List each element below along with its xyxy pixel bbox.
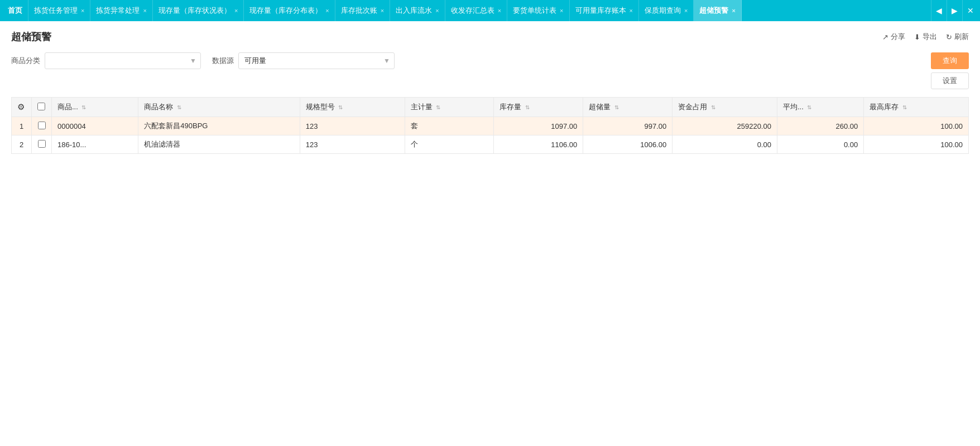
datasource-filter-group: 数据源 可用量 ▼ bbox=[212, 52, 395, 69]
th-maxstock[interactable]: 最高库存 ⇅ bbox=[864, 98, 969, 117]
td-maxstock-2: 100.00 bbox=[864, 135, 969, 154]
th-name-sort-icon: ⇅ bbox=[177, 104, 181, 110]
query-button[interactable]: 查询 bbox=[931, 52, 969, 69]
top-nav: 首页 拣货任务管理 × 拣货异常处理 × 现存量（库存状况表） × 现存量（库存… bbox=[0, 0, 980, 21]
nav-tab-shelf-life[interactable]: 保质期查询 × bbox=[639, 0, 694, 21]
nav-tab-picking-task[interactable]: 拣货任务管理 × bbox=[28, 0, 90, 21]
td-maxstock-1: 100.00 bbox=[864, 117, 969, 135]
th-capital[interactable]: 资金占用 ⇅ bbox=[672, 98, 777, 117]
nav-tab-stock-dist-close[interactable]: × bbox=[325, 7, 329, 14]
row-checkbox-2[interactable] bbox=[38, 140, 46, 148]
th-stock[interactable]: 库存量 ⇅ bbox=[494, 98, 583, 117]
nav-tab-stock-status[interactable]: 现存量（库存状况表） × bbox=[153, 0, 244, 21]
nav-tab-inout-flow[interactable]: 出入库流水 × bbox=[390, 0, 445, 21]
th-code[interactable]: 商品... ⇅ bbox=[52, 98, 138, 117]
page-header: 超储预警 ↗ 分享 ⬇ 导出 ↻ 刷新 bbox=[11, 30, 969, 43]
refresh-label: 刷新 bbox=[954, 32, 969, 42]
nav-tab-order-stats[interactable]: 要货单统计表 × bbox=[507, 0, 569, 21]
nav-tab-inout-flow-close[interactable]: × bbox=[435, 7, 439, 14]
th-stock-label: 库存量 bbox=[499, 103, 521, 111]
nav-arrow-right[interactable]: ▶ bbox=[947, 0, 962, 21]
category-select-wrapper: ▼ bbox=[45, 52, 201, 69]
th-unit[interactable]: 主计量 ⇅ bbox=[405, 98, 494, 117]
th-stock-sort-icon: ⇅ bbox=[525, 104, 530, 110]
nav-tab-picking-task-close[interactable]: × bbox=[81, 7, 84, 14]
table-row: 2 186-10... 机油滤清器 123 个 1106.00 1006.00 … bbox=[12, 135, 969, 154]
td-spec-1: 123 bbox=[300, 117, 405, 135]
nav-tab-picking-task-label: 拣货任务管理 bbox=[34, 6, 78, 16]
datasource-select-wrapper: 可用量 ▼ bbox=[238, 52, 395, 69]
td-avg-1: 260.00 bbox=[777, 117, 863, 135]
nav-arrow-left[interactable]: ◀ bbox=[931, 0, 947, 21]
th-avg-sort-icon: ⇅ bbox=[807, 104, 811, 110]
td-unit-1: 套 bbox=[405, 117, 494, 135]
nav-tab-shelf-life-label: 保质期查询 bbox=[645, 6, 681, 16]
share-label: 分享 bbox=[891, 32, 905, 42]
nav-tab-stock-dist-label: 现存量（库存分布表） bbox=[249, 6, 322, 16]
th-spec-sort-icon: ⇅ bbox=[338, 104, 343, 110]
nav-tab-order-stats-close[interactable]: × bbox=[560, 7, 563, 14]
th-spec-label: 规格型号 bbox=[306, 103, 335, 111]
header-actions: ↗ 分享 ⬇ 导出 ↻ 刷新 bbox=[882, 32, 969, 42]
th-avg[interactable]: 平均... ⇅ bbox=[777, 98, 863, 117]
nav-tab-overstock-alert-label: 超储预警 bbox=[699, 6, 728, 16]
th-unit-label: 主计量 bbox=[411, 103, 433, 111]
nav-tab-order-stats-label: 要货单统计表 bbox=[513, 6, 556, 16]
datasource-filter-label: 数据源 bbox=[212, 56, 234, 66]
select-all-checkbox[interactable] bbox=[37, 103, 45, 110]
nav-arrow-close[interactable]: ✕ bbox=[962, 0, 978, 21]
td-checkbox-2[interactable] bbox=[32, 135, 52, 154]
row-checkbox-1[interactable] bbox=[38, 122, 46, 129]
th-capital-label: 资金占用 bbox=[678, 103, 707, 111]
refresh-action[interactable]: ↻ 刷新 bbox=[946, 32, 969, 42]
th-overstock[interactable]: 超储量 ⇅ bbox=[583, 98, 672, 117]
td-stock-2: 1106.00 bbox=[494, 135, 583, 154]
nav-tab-overstock-alert-close[interactable]: × bbox=[732, 7, 735, 14]
th-name-label: 商品名称 bbox=[144, 103, 173, 111]
th-name[interactable]: 商品名称 ⇅ bbox=[138, 98, 300, 117]
td-capital-1: 259220.00 bbox=[672, 117, 777, 135]
nav-tab-home[interactable]: 首页 bbox=[2, 0, 28, 21]
th-capital-sort-icon: ⇅ bbox=[711, 104, 715, 110]
nav-tab-recv-send-summary-close[interactable]: × bbox=[498, 7, 501, 14]
settings-button[interactable]: 设置 bbox=[931, 72, 969, 89]
td-code-2: 186-10... bbox=[52, 135, 138, 154]
nav-arrows: ◀ ▶ ✕ bbox=[931, 0, 978, 21]
nav-tab-stock-dist[interactable]: 现存量（库存分布表） × bbox=[244, 0, 335, 21]
td-capital-2: 0.00 bbox=[672, 135, 777, 154]
nav-tab-recv-send-summary[interactable]: 收发存汇总表 × bbox=[445, 0, 507, 21]
nav-tab-available-stock-close[interactable]: × bbox=[630, 7, 633, 14]
share-action[interactable]: ↗ 分享 bbox=[882, 32, 905, 42]
nav-tab-batch-account-close[interactable]: × bbox=[381, 7, 384, 14]
th-avg-label: 平均... bbox=[783, 103, 804, 111]
datasource-select-value: 可用量 bbox=[244, 56, 266, 66]
nav-tab-available-stock-label: 可用量库存账本 bbox=[575, 6, 626, 16]
th-spec[interactable]: 规格型号 ⇅ bbox=[300, 98, 405, 117]
th-settings[interactable]: ⚙ bbox=[12, 98, 32, 117]
nav-tab-batch-account[interactable]: 库存批次账 × bbox=[335, 0, 390, 21]
page-content: 超储预警 ↗ 分享 ⬇ 导出 ↻ 刷新 商品分类 bbox=[0, 21, 980, 446]
th-overstock-sort-icon: ⇅ bbox=[614, 104, 619, 110]
nav-tab-picking-exception-label: 拣货异常处理 bbox=[96, 6, 140, 16]
nav-tab-picking-exception[interactable]: 拣货异常处理 × bbox=[90, 0, 152, 21]
table-header-row: ⚙ 商品... ⇅ 商品名称 ⇅ 规格型号 ⇅ 主计量 bbox=[12, 98, 969, 117]
th-checkbox[interactable] bbox=[32, 98, 52, 117]
td-checkbox-1[interactable] bbox=[32, 117, 52, 135]
export-label: 导出 bbox=[923, 32, 937, 42]
datasource-select[interactable]: 可用量 bbox=[238, 52, 395, 69]
category-select[interactable] bbox=[45, 52, 201, 69]
nav-tab-inout-flow-label: 出入库流水 bbox=[396, 6, 432, 16]
filters-area: 商品分类 ▼ 数据源 可用量 ▼ bbox=[11, 52, 922, 69]
td-row-num-1: 1 bbox=[12, 117, 32, 135]
nav-tab-stock-status-close[interactable]: × bbox=[234, 7, 238, 14]
td-name-2: 机油滤清器 bbox=[138, 135, 300, 154]
nav-tab-overstock-alert[interactable]: 超储预警 × bbox=[694, 0, 741, 21]
td-overstock-1: 997.00 bbox=[583, 117, 672, 135]
nav-tab-stock-status-label: 现存量（库存状况表） bbox=[158, 6, 231, 16]
nav-tab-available-stock[interactable]: 可用量库存账本 × bbox=[570, 0, 639, 21]
nav-tab-shelf-life-close[interactable]: × bbox=[684, 7, 688, 14]
export-icon: ⬇ bbox=[914, 33, 920, 41]
export-action[interactable]: ⬇ 导出 bbox=[914, 32, 937, 42]
nav-tab-picking-exception-close[interactable]: × bbox=[143, 7, 146, 14]
nav-tab-recv-send-summary-label: 收发存汇总表 bbox=[451, 6, 494, 16]
